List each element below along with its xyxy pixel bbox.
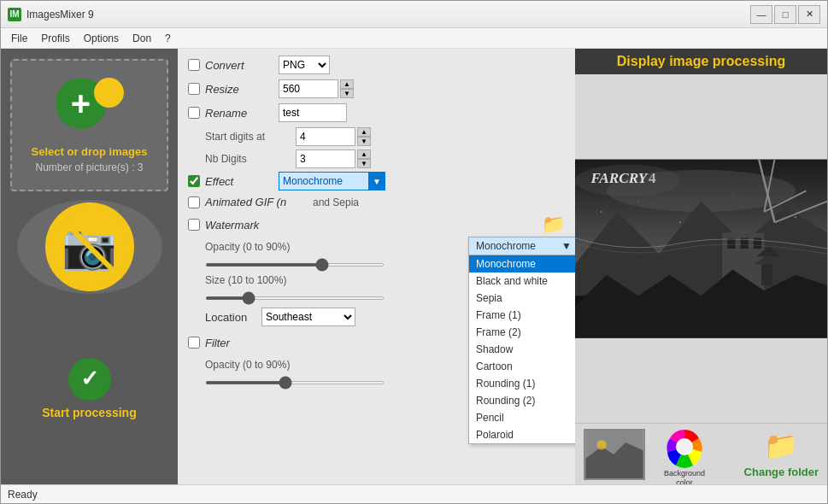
rename-input[interactable] bbox=[279, 103, 347, 122]
svg-point-21 bbox=[679, 221, 681, 223]
rename-row: Rename bbox=[188, 103, 565, 122]
start-digits-up[interactable]: ▲ bbox=[357, 127, 371, 137]
picture-count: Number of picture(s) : 3 bbox=[35, 161, 143, 173]
start-digits-input[interactable] bbox=[296, 127, 355, 146]
left-panel: Select or drop images Number of picture(… bbox=[1, 49, 178, 484]
bottom-bar: Backgroundcolor 📁 Change folder bbox=[575, 423, 827, 484]
menu-profils[interactable]: Profils bbox=[34, 31, 76, 46]
effect-option-frame2[interactable]: Frame (2) bbox=[469, 324, 575, 341]
controls-panel: Convert PNGJPGBMPTIFFWEBP Resize ▲ ▼ Ren… bbox=[178, 49, 575, 484]
resize-down[interactable]: ▼ bbox=[340, 89, 354, 98]
effect-checkbox[interactable] bbox=[188, 175, 200, 187]
window-controls: — □ ✕ bbox=[750, 5, 820, 24]
start-processing-label: Start processing bbox=[42, 406, 136, 419]
convert-label: Convert bbox=[205, 59, 273, 72]
effect-option-bw[interactable]: Black and white bbox=[469, 273, 575, 290]
menu-help[interactable]: ? bbox=[158, 31, 178, 46]
display-title: Display image processing bbox=[575, 49, 827, 74]
location-select[interactable]: NorthwestNorthNortheast WestCenterEast S… bbox=[261, 308, 355, 326]
opacity-label: Opacity (0 to 90%) bbox=[205, 241, 291, 253]
location-label: Location bbox=[188, 311, 256, 324]
convert-format-select[interactable]: PNGJPGBMPTIFFWEBP bbox=[279, 56, 330, 74]
check-circle-icon: ✓ bbox=[68, 358, 111, 401]
effect-option-monochrome[interactable]: Monochrome bbox=[469, 255, 575, 273]
effect-option-pencil[interactable]: Pencil bbox=[469, 409, 575, 426]
change-folder-icon: 📁 bbox=[764, 430, 798, 462]
nb-digits-down[interactable]: ▼ bbox=[357, 159, 371, 168]
dropdown-header: Monochrome ▼ bbox=[469, 237, 575, 255]
preview-thumbnail[interactable] bbox=[584, 429, 645, 480]
preview-thumb-svg bbox=[585, 431, 643, 478]
resize-checkbox[interactable] bbox=[188, 83, 200, 95]
menu-options[interactable]: Options bbox=[77, 31, 126, 46]
dropdown-header-text: Monochrome bbox=[476, 240, 536, 252]
effect-option-frame1[interactable]: Frame (1) bbox=[469, 307, 575, 324]
start-processing-button[interactable]: ✓ Start processing bbox=[1, 301, 178, 484]
preview-image-svg: FARCRY 4 bbox=[575, 74, 827, 423]
app-icon: IM bbox=[8, 8, 21, 21]
opacity-slider[interactable] bbox=[205, 263, 385, 267]
no-camera-zone: 📷 bbox=[17, 200, 162, 294]
app-window: IM ImagesMixer 9 — □ ✕ File Profils Opti… bbox=[0, 0, 828, 504]
convert-checkbox[interactable] bbox=[188, 59, 200, 71]
svg-point-22 bbox=[732, 196, 733, 196]
start-digits-spinner: ▲ ▼ bbox=[357, 127, 371, 146]
start-digits-row: Start digits at ▲ ▼ bbox=[188, 127, 565, 146]
resize-input[interactable] bbox=[279, 79, 338, 98]
nb-digits-up[interactable]: ▲ bbox=[357, 149, 371, 159]
effect-option-rounding1[interactable]: Rounding (1) bbox=[469, 375, 575, 392]
effect-dropdown: Monochrome ▼ Monochrome Black and white … bbox=[468, 237, 575, 444]
size-slider[interactable] bbox=[205, 296, 385, 300]
effect-option-rounding2[interactable]: Rounding (2) bbox=[469, 392, 575, 409]
animated-gif-checkbox[interactable] bbox=[188, 196, 200, 208]
watermark-label: Watermark bbox=[205, 219, 273, 231]
image-area: FARCRY 4 bbox=[575, 74, 827, 423]
effect-selected-value[interactable]: Monochrome bbox=[279, 172, 368, 190]
animated-gif-row: Animated GIF (n and Sepia bbox=[188, 196, 565, 208]
menu-file[interactable]: File bbox=[4, 31, 34, 46]
color-wheel-svg[interactable] bbox=[654, 421, 715, 472]
nb-digits-input[interactable] bbox=[296, 149, 355, 168]
change-folder-label: Change folder bbox=[744, 466, 819, 478]
animated-gif-label: Animated GIF (n bbox=[205, 196, 308, 208]
effect-option-sepia[interactable]: Sepia bbox=[469, 290, 575, 307]
app-title: ImagesMixer 9 bbox=[26, 9, 750, 21]
drop-zone-icon bbox=[56, 78, 124, 133]
filter-opacity-slider[interactable] bbox=[205, 381, 385, 384]
change-folder-button[interactable]: 📁 Change folder bbox=[744, 430, 819, 478]
status-text: Ready bbox=[8, 489, 38, 501]
resize-up[interactable]: ▲ bbox=[340, 79, 354, 89]
nb-digits-row: Nb Digits ▲ ▼ bbox=[188, 149, 565, 168]
menu-don[interactable]: Don bbox=[126, 31, 158, 46]
effect-option-polaroid[interactable]: Polaroid bbox=[469, 426, 575, 443]
watermark-row: Watermark 📁 bbox=[188, 214, 565, 236]
drop-zone-label: Select or drop images bbox=[32, 145, 148, 158]
svg-point-20 bbox=[637, 201, 638, 202]
svg-text:4: 4 bbox=[649, 170, 656, 186]
filter-checkbox[interactable] bbox=[188, 337, 200, 349]
watermark-checkbox[interactable] bbox=[188, 219, 200, 231]
animated-gif-suffix: and Sepia bbox=[313, 196, 359, 208]
drop-zone[interactable]: Select or drop images Number of picture(… bbox=[10, 59, 168, 191]
minimize-button[interactable]: — bbox=[750, 5, 772, 24]
effect-dropdown-arrow[interactable]: ▼ bbox=[368, 172, 385, 190]
svg-rect-15 bbox=[761, 264, 772, 285]
effect-row: Effect Monochrome ▼ bbox=[188, 172, 565, 190]
effect-option-shadow[interactable]: Shadow bbox=[469, 341, 575, 358]
start-digits-down[interactable]: ▼ bbox=[357, 137, 371, 146]
no-sign-circle bbox=[45, 202, 134, 291]
convert-row: Convert PNGJPGBMPTIFFWEBP bbox=[188, 56, 565, 74]
main-content: Select or drop images Number of picture(… bbox=[1, 49, 827, 484]
effect-option-cartoon[interactable]: Cartoon bbox=[469, 358, 575, 375]
watermark-folder-icon[interactable]: 📁 bbox=[542, 214, 565, 236]
right-panel: Display image processing bbox=[575, 49, 827, 484]
color-wheel-container: Backgroundcolor bbox=[654, 421, 715, 484]
rename-checkbox[interactable] bbox=[188, 107, 200, 119]
size-label: Size (10 to 100%) bbox=[205, 274, 291, 286]
close-button[interactable]: ✕ bbox=[798, 5, 820, 24]
titlebar: IM ImagesMixer 9 — □ ✕ bbox=[1, 1, 827, 28]
resize-spinner: ▲ ▼ bbox=[340, 79, 354, 98]
restore-button[interactable]: □ bbox=[774, 5, 796, 24]
svg-point-19 bbox=[601, 211, 602, 213]
svg-rect-10 bbox=[727, 238, 735, 249]
